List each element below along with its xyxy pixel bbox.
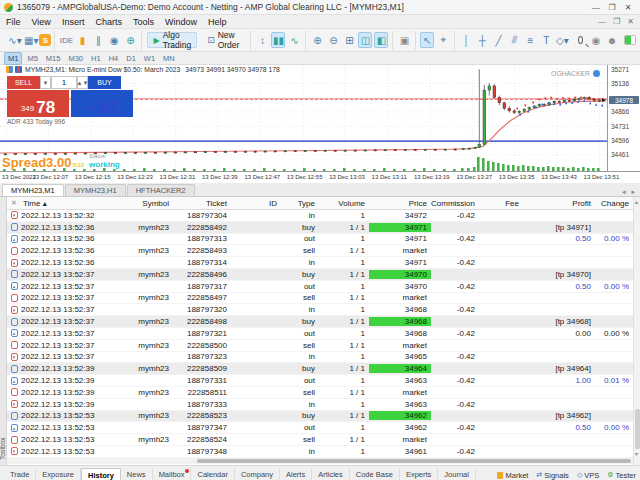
status-signals[interactable]: ⇄Signals bbox=[536, 471, 568, 480]
menu-item-charts[interactable]: Charts bbox=[95, 17, 122, 27]
status-market[interactable]: Market bbox=[497, 471, 528, 480]
ide-button[interactable]: IDE bbox=[59, 32, 73, 48]
chart-type-icon[interactable]: ∿▾ bbox=[8, 32, 22, 48]
minimize-button[interactable]: — bbox=[588, 3, 604, 12]
chart-tab-hfthacker2[interactable]: HFTHACKER2 bbox=[127, 184, 195, 196]
bottom-tab-mailbox[interactable]: Mailbox bbox=[153, 468, 192, 480]
indicator-window-icon[interactable]: ◫ bbox=[358, 32, 372, 48]
vertical-scrollbar[interactable]: ▴ ▾ bbox=[633, 197, 640, 465]
close-button[interactable]: ✕ bbox=[620, 3, 636, 12]
mdi-restore-button[interactable]: ❐ bbox=[613, 17, 620, 26]
table-row[interactable]: ▾2022.12.13 13:52:37188797320in134968-0.… bbox=[7, 304, 633, 316]
bottom-tab-code-base[interactable]: Code Base bbox=[350, 468, 400, 480]
status-vps[interactable]: ◇VPS bbox=[577, 471, 599, 480]
column-header-symbol[interactable]: Symbol bbox=[121, 199, 173, 208]
column-header-profit[interactable]: Profit bbox=[523, 199, 595, 208]
menu-item-insert[interactable]: Insert bbox=[62, 17, 85, 27]
menu-item-tools[interactable]: Tools bbox=[133, 17, 154, 27]
timeframe-m5[interactable]: M5 bbox=[24, 53, 40, 64]
mdi-close-button[interactable]: ✕ bbox=[627, 17, 634, 26]
lock-icon[interactable]: ▮ bbox=[75, 32, 89, 48]
timeframe-d1[interactable]: D1 bbox=[123, 53, 139, 64]
table-row[interactable]: 2022.12.13 13:52:36mymh23222858492buy1 /… bbox=[7, 222, 633, 234]
column-header-type[interactable]: Type bbox=[281, 199, 319, 208]
zoom-in-icon[interactable]: ⊕ bbox=[310, 32, 324, 48]
channel-icon[interactable]: ⫻ bbox=[507, 32, 521, 48]
close-toolbox-button[interactable]: ✕ bbox=[7, 199, 21, 207]
table-row[interactable]: ▾2022.12.13 13:52:32188797304in134972-0.… bbox=[7, 210, 633, 222]
bottom-tab-articles[interactable]: Articles bbox=[312, 468, 350, 480]
table-row[interactable]: ▾2022.12.13 13:52:53188797348in134961-0.… bbox=[7, 446, 633, 458]
table-row[interactable]: 2022.12.13 13:52:37mymh23222858500sell1 … bbox=[7, 340, 633, 352]
table-row[interactable]: 2022.12.13 13:52:39mymh23222858511sell1 … bbox=[7, 387, 633, 399]
table-row[interactable]: ▾2022.12.13 13:52:37188797323in134965-0.… bbox=[7, 352, 633, 364]
community-icon[interactable]: ⊕ bbox=[123, 32, 137, 48]
column-header-price[interactable]: Price bbox=[369, 199, 431, 208]
new-order-button[interactable]: ⊡New Order bbox=[201, 32, 245, 48]
menu-item-window[interactable]: Window bbox=[165, 17, 197, 27]
chart-tab-scroll-left-icon[interactable]: ◂ bbox=[619, 188, 629, 196]
table-row[interactable]: 2022.12.13 13:52:53mymh23222858524sell1 … bbox=[7, 434, 633, 446]
column-header-fee[interactable]: Fee bbox=[479, 199, 523, 208]
help-icon[interactable]: ◉ bbox=[589, 32, 603, 48]
timeframe-h4[interactable]: H4 bbox=[106, 53, 122, 64]
table-row[interactable]: ▴2022.12.13 13:52:37188797321out134968-0… bbox=[7, 328, 633, 340]
menu-item-view[interactable]: View bbox=[32, 17, 51, 27]
bottom-tab-alerts[interactable]: Alerts bbox=[280, 468, 312, 480]
scroll-up-icon[interactable]: ▴ bbox=[635, 198, 638, 205]
menu-item-file[interactable]: File bbox=[6, 17, 21, 27]
sell-dropdown-icon[interactable]: ▼ bbox=[40, 76, 51, 89]
table-row[interactable]: 2022.12.13 13:52:39mymh23222858509buy1 /… bbox=[7, 363, 633, 375]
depth-of-market-icon[interactable] bbox=[15, 66, 22, 73]
timeframe-m1[interactable]: M1 bbox=[4, 52, 22, 65]
table-row[interactable]: 2022.12.13 13:52:36mymh23222858493sell1 … bbox=[7, 245, 633, 257]
sell-button[interactable]: SELL bbox=[7, 76, 40, 89]
column-header-time[interactable]: Time ▴ bbox=[21, 199, 121, 208]
table-row[interactable]: 2022.12.13 13:52:37mymh23222858497sell1 … bbox=[7, 293, 633, 305]
table-row[interactable]: ▴2022.12.13 13:52:37188797317out134970-0… bbox=[7, 281, 633, 293]
vertical-line-icon[interactable]: │ bbox=[459, 32, 473, 48]
timeframe-m30[interactable]: M30 bbox=[65, 53, 86, 64]
volume-stepper[interactable]: ▲▼ bbox=[77, 76, 88, 89]
mdi-minimize-button[interactable]: — bbox=[598, 17, 606, 26]
timeframe-w1[interactable]: W1 bbox=[141, 53, 158, 64]
symbol-s-icon[interactable]: S bbox=[39, 34, 51, 46]
table-row[interactable]: ▴2022.12.13 13:52:36188797313out134971-0… bbox=[7, 234, 633, 246]
buy-price[interactable]: 34981 bbox=[71, 90, 133, 117]
bottom-tab-experts[interactable]: Experts bbox=[400, 468, 438, 480]
bottom-tab-company[interactable]: Company bbox=[235, 468, 280, 480]
timeframe-mn[interactable]: MN bbox=[160, 53, 178, 64]
table-row[interactable]: ▾2022.12.13 13:52:39188797333in134963-0.… bbox=[7, 399, 633, 411]
one-click-toggle-icon[interactable] bbox=[6, 66, 13, 73]
table-row[interactable]: 2022.12.13 13:52:37mymh23222858496buy1 /… bbox=[7, 269, 633, 281]
timeframe-h1[interactable]: H1 bbox=[88, 53, 104, 64]
table-row[interactable]: ▾2022.12.13 13:52:36188797314in134971-0.… bbox=[7, 257, 633, 269]
profile-icon[interactable]: ☻ bbox=[605, 32, 619, 48]
connection-icon[interactable]: ∥ bbox=[91, 32, 105, 48]
status-tester[interactable]: ⚙Tester bbox=[607, 471, 636, 480]
column-header-ticket[interactable]: Ticket bbox=[173, 199, 231, 208]
grid-icon[interactable]: ⊞ bbox=[342, 32, 356, 48]
fibo-icon[interactable]: ≡ bbox=[523, 32, 537, 48]
table-row[interactable]: 2022.12.13 13:52:53mymh23222858523buy1 /… bbox=[7, 411, 633, 423]
table-row[interactable]: 2022.12.13 13:52:37mymh23222858498buy1 /… bbox=[7, 316, 633, 328]
column-header-volume[interactable]: Volume bbox=[319, 199, 369, 208]
restore-button[interactable]: ❐ bbox=[604, 3, 620, 12]
timeframe-m15[interactable]: M15 bbox=[43, 53, 64, 64]
bottom-tab-calendar[interactable]: Calendar bbox=[191, 468, 234, 480]
cursor-icon[interactable]: ↖ bbox=[420, 32, 434, 48]
line-chart-icon[interactable]: ∿ bbox=[287, 32, 301, 48]
menu-item-help[interactable]: Help bbox=[208, 17, 227, 27]
tick-chart-icon[interactable]: ↕ bbox=[255, 32, 269, 48]
zoom-out-icon[interactable]: ⊖ bbox=[326, 32, 340, 48]
notifications-icon[interactable]: ◉ bbox=[107, 32, 121, 48]
algo-trading-button[interactable]: ▶Algo Trading bbox=[147, 32, 197, 48]
table-row[interactable]: ▴2022.12.13 13:52:53188797347out134962-0… bbox=[7, 422, 633, 434]
column-header-change[interactable]: Change bbox=[595, 199, 633, 208]
volume-input[interactable]: 1 bbox=[51, 76, 77, 89]
table-row[interactable]: ▴2022.12.13 13:52:39188797331out134963-0… bbox=[7, 375, 633, 387]
chart-tab-scroll-right-icon[interactable]: ▸ bbox=[628, 188, 638, 196]
chart-profile-icon[interactable]: ▦▾ bbox=[24, 32, 38, 48]
crosshair-icon[interactable]: ⌖ bbox=[436, 32, 450, 48]
chart-tab-mymh23-m1[interactable]: MYMH23,M1 bbox=[2, 184, 64, 196]
